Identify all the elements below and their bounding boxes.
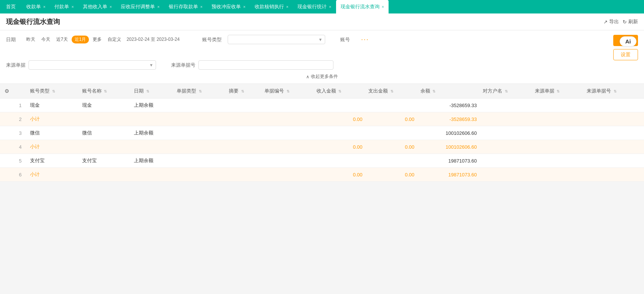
- close-icon[interactable]: ×: [157, 4, 159, 9]
- row-balance-cell: 19871073.60: [417, 154, 480, 168]
- row-source-doc-cell: [532, 126, 584, 140]
- row-source-doc-no-cell: [584, 140, 644, 154]
- sort-icon: ⇅: [557, 89, 560, 93]
- row-doc-type-cell: [174, 98, 226, 112]
- row-index-cell: 3: [14, 126, 27, 140]
- row-doc-no-cell: [261, 168, 314, 182]
- table-row: 2 小计 0.00 0.00 -3528659.33: [0, 112, 644, 126]
- nav-tab-xianjintongji[interactable]: 现金银行统计 ×: [293, 0, 336, 13]
- row-income-cell: [314, 154, 366, 168]
- row-account-name-cell: 支付宝: [79, 154, 131, 168]
- row-account-type-cell: 支付宝: [27, 154, 79, 168]
- export-icon: ↗: [603, 19, 608, 25]
- sort-icon: ⇅: [146, 89, 149, 93]
- row-doc-type-cell: [174, 168, 226, 182]
- page-title: 现金银行流水查询: [6, 17, 60, 26]
- sort-icon: ⇅: [432, 89, 435, 93]
- close-icon[interactable]: ×: [382, 4, 384, 9]
- row-date-cell: 上期余额: [131, 154, 174, 168]
- col-header-expense[interactable]: 支出金额 ⇅: [365, 84, 417, 98]
- close-icon[interactable]: ×: [43, 4, 45, 9]
- header-actions: ↗ 导出 ↻ 刷新: [603, 18, 638, 25]
- table-wrap: ⚙ 账号类型 ⇅ 账号名称 ⇅ 日期 ⇅ 单据类型 ⇅: [0, 84, 644, 182]
- col-header-doc-no[interactable]: 单据编号 ⇅: [261, 84, 314, 98]
- account-type-label: 账号类型: [202, 36, 222, 43]
- col-header-date[interactable]: 日期 ⇅: [131, 84, 174, 98]
- row-settings-cell: [0, 168, 14, 182]
- nav-tab-yinhangcunqu[interactable]: 银行存取款单 ×: [164, 0, 207, 13]
- date-range-display: 2023-02-24 至 2023-03-24: [126, 36, 179, 43]
- row-summary-cell: [226, 112, 261, 126]
- top-nav: 首页 收款单 × 付款单 × 其他收入单 × 应收应付调整单 × 银行存取款单 …: [0, 0, 644, 13]
- refresh-button[interactable]: ↻ 刷新: [623, 18, 638, 25]
- row-counterpart-cell: [480, 154, 532, 168]
- row-date-cell: [131, 140, 174, 154]
- export-button[interactable]: ↗ 导出: [603, 18, 619, 25]
- account-type-select[interactable]: ▾: [228, 35, 325, 44]
- col-header-source-doc[interactable]: 来源单据 ⇅: [532, 84, 584, 98]
- row-settings-cell: [0, 140, 14, 154]
- date-btn-7days[interactable]: 近7天: [54, 36, 70, 43]
- row-settings-cell: [0, 112, 14, 126]
- close-icon[interactable]: ×: [110, 4, 112, 9]
- collapse-button[interactable]: 收起更多条件: [311, 73, 338, 80]
- date-btn-more[interactable]: 更多: [90, 36, 104, 43]
- date-btn-yesterday[interactable]: 昨天: [24, 36, 38, 43]
- date-buttons: 昨天 今天 近7天 近1月 更多 自定义: [24, 36, 123, 43]
- row-source-doc-cell: [532, 168, 584, 182]
- close-icon[interactable]: ×: [286, 4, 288, 9]
- col-header-doc-type[interactable]: 单据类型 ⇅: [174, 84, 226, 98]
- row-source-doc-cell: [532, 154, 584, 168]
- account-dots-button[interactable]: ···: [361, 36, 369, 43]
- row-income-cell: [314, 126, 366, 140]
- row-balance-cell: 19871073.60: [417, 168, 480, 182]
- account-label: 账号: [340, 36, 355, 43]
- row-account-name-cell: [79, 140, 131, 154]
- col-header-income[interactable]: 收入金额 ⇅: [314, 84, 366, 98]
- source-doc-no-input[interactable]: [198, 60, 333, 70]
- nav-tab-shoukuan[interactable]: 收款单 ×: [22, 0, 50, 13]
- row-doc-no-cell: [261, 140, 314, 154]
- setting-button[interactable]: 设置: [613, 49, 638, 60]
- date-btn-today[interactable]: 今天: [39, 36, 53, 43]
- nav-tab-yingshouyingfu[interactable]: 应收应付调整单 ×: [116, 0, 164, 13]
- row-date-cell: [131, 168, 174, 182]
- nav-home[interactable]: 首页: [0, 0, 22, 13]
- row-balance-cell: 100102606.60: [417, 140, 480, 154]
- row-counterpart-cell: [480, 98, 532, 112]
- close-icon[interactable]: ×: [71, 4, 74, 9]
- source-doc-select[interactable]: ▾: [29, 60, 156, 70]
- row-index-cell: 6: [14, 168, 27, 182]
- col-header-summary[interactable]: 摘要 ⇅: [226, 84, 261, 98]
- gear-icon: ⚙: [5, 88, 9, 94]
- col-header-counterpart[interactable]: 对方户名 ⇅: [480, 84, 532, 98]
- col-header-account-type[interactable]: 账号类型 ⇅: [27, 84, 79, 98]
- nav-tab-yushou[interactable]: 预收冲应收单 ×: [207, 0, 250, 13]
- source-doc-no-label: 来源单据号: [171, 62, 195, 69]
- nav-tab-fukuan[interactable]: 付款单 ×: [50, 0, 78, 13]
- date-btn-1month[interactable]: 近1月: [72, 36, 89, 43]
- row-source-doc-cell: [532, 98, 584, 112]
- row-doc-type-cell: [174, 140, 226, 154]
- col-header-source-doc-no[interactable]: 来源单据号 ⇅: [584, 84, 644, 98]
- refresh-icon: ↻: [623, 19, 627, 25]
- sort-icon: ⇅: [287, 89, 290, 93]
- col-header-account-name[interactable]: 账号名称 ⇅: [79, 84, 131, 98]
- close-icon[interactable]: ×: [200, 4, 203, 9]
- close-icon[interactable]: ×: [243, 4, 245, 9]
- source-doc-label: 来源单据: [6, 62, 26, 69]
- nav-tab-qitashouru[interactable]: 其他收入单 ×: [78, 0, 116, 13]
- nav-tab-shoukuanhe[interactable]: 收款核销执行 ×: [250, 0, 293, 13]
- col-header-index: [14, 84, 27, 98]
- nav-tab-liushui[interactable]: 现金银行流水查询 ×: [336, 0, 389, 13]
- ai-badge[interactable]: Ai: [620, 36, 636, 46]
- col-header-balance[interactable]: 余额 ⇅: [417, 84, 480, 98]
- row-account-name-cell: 现金: [79, 98, 131, 112]
- chevron-down-icon: ▾: [319, 37, 322, 42]
- collapse-row: ∧ 收起更多条件: [6, 71, 638, 81]
- settings-col-header[interactable]: ⚙: [0, 84, 14, 98]
- close-icon[interactable]: ×: [329, 4, 331, 9]
- date-btn-custom[interactable]: 自定义: [105, 36, 123, 43]
- row-doc-no-cell: [261, 98, 314, 112]
- row-counterpart-cell: [480, 112, 532, 126]
